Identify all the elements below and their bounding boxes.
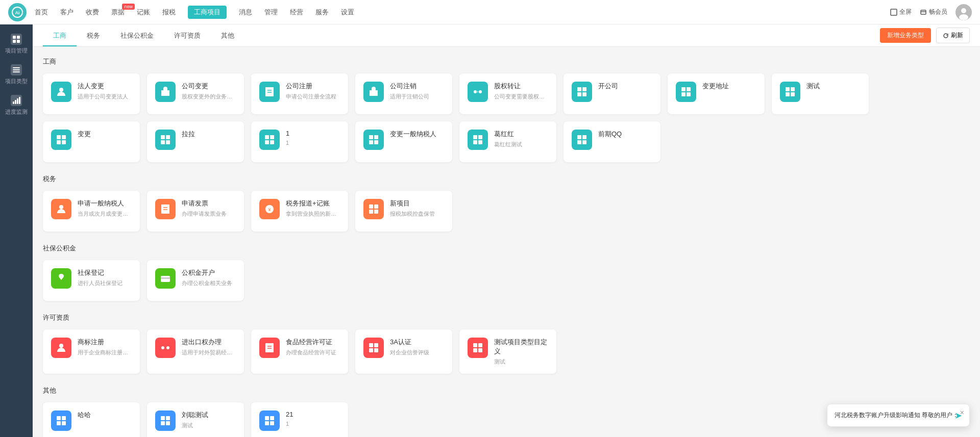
svg-rect-32 bbox=[687, 87, 691, 91]
card-name: 公积金开户 bbox=[182, 268, 236, 277]
card-name: 法人变更 bbox=[78, 82, 132, 91]
card-guquan-zhuanrang[interactable]: 股权转让 公司变更需要股权转让 bbox=[459, 73, 556, 114]
card-desc: 用于企业商标注册服务 bbox=[78, 349, 132, 356]
svg-rect-90 bbox=[62, 416, 66, 420]
vip-btn[interactable]: 畅会员 bbox=[920, 8, 947, 16]
card-xin-xiangmu[interactable]: 新项目 报税加税控盘保管 bbox=[355, 191, 452, 232]
svg-point-19 bbox=[59, 88, 63, 92]
card-gongsi-zhuce[interactable]: 公司注册 申请公司注册全流程 bbox=[251, 73, 348, 114]
add-type-button[interactable]: 新增业务类型 bbox=[880, 28, 931, 43]
nav-message[interactable]: 消息 bbox=[239, 8, 252, 17]
tab-shuiwu[interactable]: 税务 bbox=[77, 25, 110, 46]
nav-ticket[interactable]: 票据 new bbox=[111, 8, 125, 17]
avatar[interactable] bbox=[955, 4, 972, 20]
svg-rect-13 bbox=[13, 69, 20, 70]
svg-rect-11 bbox=[17, 40, 20, 43]
card-icon bbox=[51, 130, 71, 150]
card-icon bbox=[155, 82, 176, 102]
card-gehonghong[interactable]: 葛红红 葛红红测试 bbox=[459, 121, 556, 162]
svg-rect-35 bbox=[786, 87, 790, 91]
card-shebao-dengji[interactable]: 社保登记 进行人员社保登记 bbox=[43, 260, 140, 301]
card-gongjijin-kaihu[interactable]: 公积金开户 办理公积金相关业务 bbox=[147, 260, 244, 301]
svg-rect-18 bbox=[19, 97, 20, 104]
card-jinchugou-banli[interactable]: 进出口权办理 适用于对外贸易经营者 bbox=[147, 329, 244, 374]
card-desc: 测试 bbox=[494, 358, 548, 366]
svg-text:¥: ¥ bbox=[267, 207, 271, 212]
card-shenqing-fapiao[interactable]: 申请发票 办理申请发票业务 bbox=[147, 191, 244, 232]
refresh-button[interactable]: 刷新 bbox=[936, 28, 970, 43]
card-name: 股权转让 bbox=[494, 82, 548, 91]
svg-rect-93 bbox=[161, 416, 165, 420]
card-biangeng-dizhi[interactable]: 变更地址 bbox=[668, 73, 765, 114]
tab-gongshang[interactable]: 工商 bbox=[43, 25, 77, 46]
nav-bookkeeping[interactable]: 记账 bbox=[137, 8, 150, 17]
sidebar-item-label: 项目类型 bbox=[5, 78, 28, 85]
card-gongsi-biangeng[interactable]: 公司变更 股权变更外的业务变更 bbox=[147, 73, 244, 114]
svg-point-6 bbox=[961, 8, 966, 13]
app-logo[interactable]: Ai bbox=[8, 3, 27, 21]
svg-rect-64 bbox=[161, 204, 169, 214]
svg-rect-9 bbox=[17, 36, 20, 39]
card-name: 商标注册 bbox=[78, 338, 132, 347]
sidebar-item-project-type[interactable]: 项目类型 bbox=[0, 59, 33, 90]
card-kai-gongsi[interactable]: 开公司 bbox=[564, 73, 660, 114]
nav-manage[interactable]: 管理 bbox=[264, 8, 278, 17]
svg-rect-54 bbox=[374, 140, 378, 144]
card-name: 拉拉 bbox=[182, 130, 236, 139]
card-icon bbox=[155, 130, 176, 150]
card-biangeng-yiban[interactable]: 变更一般纳税人 bbox=[355, 121, 452, 162]
nav-customer[interactable]: 客户 bbox=[60, 8, 74, 17]
fullscreen-btn[interactable]: 全屏 bbox=[890, 8, 912, 16]
card-one[interactable]: 1 1 bbox=[251, 121, 348, 162]
nav-service[interactable]: 服务 bbox=[315, 8, 329, 17]
card-name: 测试 bbox=[806, 82, 861, 91]
svg-point-7 bbox=[959, 14, 968, 20]
svg-rect-74 bbox=[161, 277, 170, 279]
tab-xuke[interactable]: 许可资质 bbox=[164, 25, 211, 46]
sidebar-item-project-manage[interactable]: 项目管理 bbox=[0, 29, 33, 59]
card-liucong-ceshi[interactable]: 刘聪测试 测试 bbox=[147, 402, 244, 437]
card-haha[interactable]: 哈哈 bbox=[43, 402, 140, 437]
card-shangbiao-zhuce[interactable]: 商标注册 用于企业商标注册服务 bbox=[43, 329, 140, 374]
card-ceshi[interactable]: 测试 bbox=[772, 73, 869, 114]
card-shuiwu-baodao[interactable]: ¥ 税务报道+记账 拿到营业执照的新公司 bbox=[251, 191, 348, 232]
card-desc: 测试 bbox=[182, 422, 236, 429]
card-desc: 适用于公司变更法人 bbox=[78, 93, 132, 100]
nav-home[interactable]: 首页 bbox=[35, 8, 48, 17]
card-qianqi-qq[interactable]: 前期QQ bbox=[564, 121, 660, 162]
svg-rect-15 bbox=[13, 101, 14, 104]
card-desc: 办理食品经营许可证 bbox=[286, 349, 340, 356]
xuke-cards: 商标注册 用于企业商标注册服务 进出口权办理 适用于对外贸易经营者 bbox=[43, 329, 970, 374]
card-name: 哈哈 bbox=[78, 410, 132, 420]
svg-rect-27 bbox=[577, 87, 581, 91]
card-shenqing-yiban[interactable]: 申请一般纳税人 当月或次月成变更完成 bbox=[43, 191, 140, 232]
nav-operation[interactable]: 经营 bbox=[290, 8, 303, 17]
card-lala[interactable]: 拉拉 bbox=[147, 121, 244, 162]
tabs-bar: 工商 税务 社保公积金 许可资质 其他 新增业务类型 刷新 bbox=[33, 24, 980, 47]
nav-settings[interactable]: 设置 bbox=[341, 8, 354, 17]
tab-qita[interactable]: 其他 bbox=[211, 25, 244, 46]
card-21[interactable]: 21 1 bbox=[251, 402, 348, 437]
svg-rect-50 bbox=[270, 140, 274, 144]
nav-tax[interactable]: 报税 bbox=[162, 8, 176, 17]
svg-rect-42 bbox=[62, 140, 66, 144]
card-ceshi-xiangmu-leixing[interactable]: 测试项目类型目定义 测试 bbox=[459, 329, 556, 374]
top-nav: Ai 首页 客户 收费 票据 new 记账 报税 工商项目 消息 管理 经营 服… bbox=[0, 0, 980, 24]
card-faren-bianggeng[interactable]: 法人变更 适用于公司变更法人 bbox=[43, 73, 140, 114]
nav-fee[interactable]: 收费 bbox=[86, 8, 99, 17]
section-xuke: 许可资质 商标注册 用于企业商标注册服务 进出口权 bbox=[43, 313, 970, 374]
svg-point-77 bbox=[166, 346, 169, 349]
card-shipin-xuke[interactable]: 食品经营许可证 办理食品经营许可证 bbox=[251, 329, 348, 374]
svg-rect-62 bbox=[582, 140, 586, 144]
card-biangeng2[interactable]: 变更 bbox=[43, 121, 140, 162]
nav-business[interactable]: 工商项目 bbox=[188, 6, 227, 19]
sidebar-item-progress[interactable]: 进度监测 bbox=[0, 90, 33, 120]
svg-rect-72 bbox=[374, 210, 378, 214]
section-gongshang-title: 工商 bbox=[43, 57, 970, 66]
card-3a-renzheng[interactable]: 3A认证 对企业信誉评级 bbox=[355, 329, 452, 374]
svg-rect-48 bbox=[270, 135, 274, 139]
card-gongsi-zhuxiao[interactable]: 公司注销 适用于注销公司 bbox=[355, 73, 452, 114]
tab-shebao[interactable]: 社保公积金 bbox=[110, 25, 164, 46]
svg-rect-28 bbox=[582, 87, 586, 91]
card-icon bbox=[155, 410, 176, 431]
